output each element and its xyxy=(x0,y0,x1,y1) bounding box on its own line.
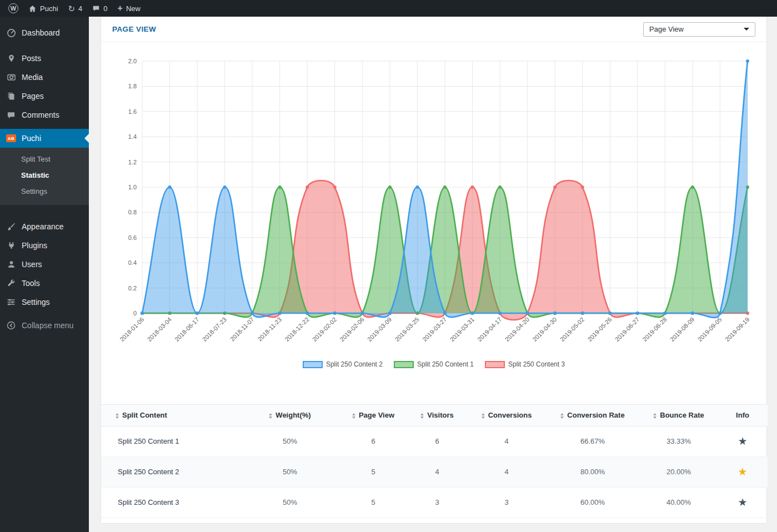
dashboard-icon xyxy=(6,28,17,38)
sort-icon xyxy=(269,413,272,419)
plug-icon xyxy=(6,240,17,250)
column-label: Info xyxy=(736,411,749,419)
column-header-conversions[interactable]: Conversions xyxy=(468,405,545,426)
sidebar-item-label: Media xyxy=(22,73,43,82)
svg-text:2019-04-30: 2019-04-30 xyxy=(531,316,558,343)
svg-text:2018-07-23: 2018-07-23 xyxy=(201,316,228,343)
sidebar-item-label: Puchi xyxy=(22,134,41,143)
column-label: Conversions xyxy=(488,411,532,419)
comments-button[interactable]: 0 xyxy=(87,0,112,17)
stats-table: Split Content Weight(%) Page View Visito… xyxy=(101,405,768,518)
sidebar-item-label: Plugins xyxy=(22,241,47,250)
sidebar-item-settings[interactable]: Settings xyxy=(0,293,89,312)
svg-text:2019-03-09: 2019-03-09 xyxy=(366,316,393,343)
view-select-value: Page View xyxy=(649,25,684,33)
sidebar-item-users[interactable]: Users xyxy=(0,255,89,274)
pageview-chart[interactable]: 00.20.40.60.81.01.21.41.61.82.02018-01-0… xyxy=(101,48,768,352)
new-label: New xyxy=(126,4,141,13)
svg-text:2019-02-06: 2019-02-06 xyxy=(338,316,365,343)
svg-text:1.2: 1.2 xyxy=(128,159,137,165)
chevron-down-icon xyxy=(744,28,749,33)
wrench-icon xyxy=(6,278,17,288)
column-header-page-view[interactable]: Page View xyxy=(340,405,407,426)
sidebar-item-label: Tools xyxy=(22,279,40,288)
table-row: Split 250 Content 2 50% 5 4 4 80.00% 20.… xyxy=(101,456,768,487)
legend-item[interactable]: Split 250 Content 2 xyxy=(303,360,383,368)
sort-icon xyxy=(352,413,355,419)
submenu-item-statistic[interactable]: Statistic xyxy=(0,167,89,183)
submenu-item-settings[interactable]: Settings xyxy=(0,183,89,199)
cell-page-view: 6 xyxy=(340,426,407,456)
svg-text:2019-06-28: 2019-06-28 xyxy=(641,316,668,343)
sidebar-item-puchi[interactable]: AB Puchi xyxy=(0,129,89,148)
sliders-icon xyxy=(6,297,17,307)
legend-item[interactable]: Split 250 Content 3 xyxy=(485,360,565,368)
svg-text:2019-09-19: 2019-09-19 xyxy=(724,316,750,343)
sidebar-item-appearance[interactable]: Appearance xyxy=(0,217,89,236)
comment-bubble-icon xyxy=(92,5,100,12)
sidebar-item-dashboard[interactable]: Dashboard xyxy=(0,23,89,42)
legend-label: Split 250 Content 2 xyxy=(326,360,383,368)
legend-item[interactable]: Split 250 Content 1 xyxy=(394,360,474,368)
sidebar-item-media[interactable]: Media xyxy=(0,68,89,87)
updates-icon: ↻ xyxy=(68,4,76,13)
sidebar-item-tools[interactable]: Tools xyxy=(0,274,89,293)
table-row: Split 250 Content 3 50% 5 3 3 60.00% 40.… xyxy=(101,487,768,518)
svg-text:0.4: 0.4 xyxy=(128,259,137,266)
svg-text:1.0: 1.0 xyxy=(128,184,137,190)
collapse-menu-button[interactable]: Collapse menu xyxy=(0,316,89,335)
column-header-bounce-rate[interactable]: Bounce Rate xyxy=(640,405,718,426)
column-header-split-content[interactable]: Split Content xyxy=(101,405,240,426)
info-star-icon[interactable]: ★ xyxy=(738,435,747,447)
svg-text:0: 0 xyxy=(133,310,137,317)
cell-bounce-rate: 20.00% xyxy=(640,456,718,487)
cell-conversions: 3 xyxy=(468,487,545,518)
sidebar-item-label: Appearance xyxy=(22,222,64,231)
sidebar-item-label: Pages xyxy=(22,92,44,101)
paintbrush-icon xyxy=(6,222,17,232)
wp-logo-button[interactable]: W xyxy=(3,0,23,17)
cell-page-view: 5 xyxy=(340,487,407,518)
sort-icon xyxy=(116,413,119,419)
column-header-visitors[interactable]: Visitors xyxy=(407,405,468,426)
info-star-icon[interactable]: ★ xyxy=(738,496,747,508)
sidebar-item-plugins[interactable]: Plugins xyxy=(0,236,89,255)
cell-visitors: 4 xyxy=(407,456,468,487)
cell-conversions: 4 xyxy=(468,426,545,456)
sidebar-item-label: Dashboard xyxy=(22,28,60,37)
sort-icon xyxy=(482,413,485,419)
site-name: Puchi xyxy=(40,4,58,13)
cell-weight: 50% xyxy=(240,456,340,487)
sidebar-item-label: Users xyxy=(22,260,42,269)
page-title: PAGE VIEW xyxy=(112,25,156,33)
svg-text:2019-09-05: 2019-09-05 xyxy=(696,316,723,343)
sidebar-item-posts[interactable]: Posts xyxy=(0,49,89,68)
cell-conversion-rate: 66.67% xyxy=(545,426,640,456)
collapse-menu-label: Collapse menu xyxy=(22,321,73,330)
legend-swatch xyxy=(394,361,414,368)
column-header-conversion-rate[interactable]: Conversion Rate xyxy=(545,405,640,426)
view-select-dropdown[interactable]: Page View xyxy=(643,22,755,37)
column-label: Page View xyxy=(359,411,394,419)
svg-text:2019-03-31: 2019-03-31 xyxy=(449,316,475,343)
submenu-item-split-test[interactable]: Split Test xyxy=(0,151,89,167)
updates-button[interactable]: ↻ 4 xyxy=(63,0,88,17)
cell-conversion-rate: 80.00% xyxy=(545,456,640,487)
svg-text:2019-03-25: 2019-03-25 xyxy=(394,316,420,343)
new-button[interactable]: + New xyxy=(113,0,146,17)
site-name-link[interactable]: Puchi xyxy=(23,0,63,17)
svg-text:2019-03-27: 2019-03-27 xyxy=(421,316,448,343)
stats-table-container: Split Content Weight(%) Page View Visito… xyxy=(101,404,766,518)
svg-text:2018-12-22: 2018-12-22 xyxy=(283,316,310,343)
sidebar-item-comments[interactable]: Comments xyxy=(0,106,89,124)
sidebar-item-label: Settings xyxy=(22,298,50,307)
comments-count: 0 xyxy=(103,4,107,13)
speech-bubble-icon xyxy=(6,110,17,120)
info-star-icon[interactable]: ★ xyxy=(738,466,747,478)
svg-text:2019-05-26: 2019-05-26 xyxy=(586,316,613,343)
column-header-weight[interactable]: Weight(%) xyxy=(240,405,340,426)
svg-text:1.6: 1.6 xyxy=(128,108,137,115)
column-label: Visitors xyxy=(427,411,453,419)
collapse-arrow-icon xyxy=(6,320,17,330)
sidebar-item-pages[interactable]: Pages xyxy=(0,87,89,106)
